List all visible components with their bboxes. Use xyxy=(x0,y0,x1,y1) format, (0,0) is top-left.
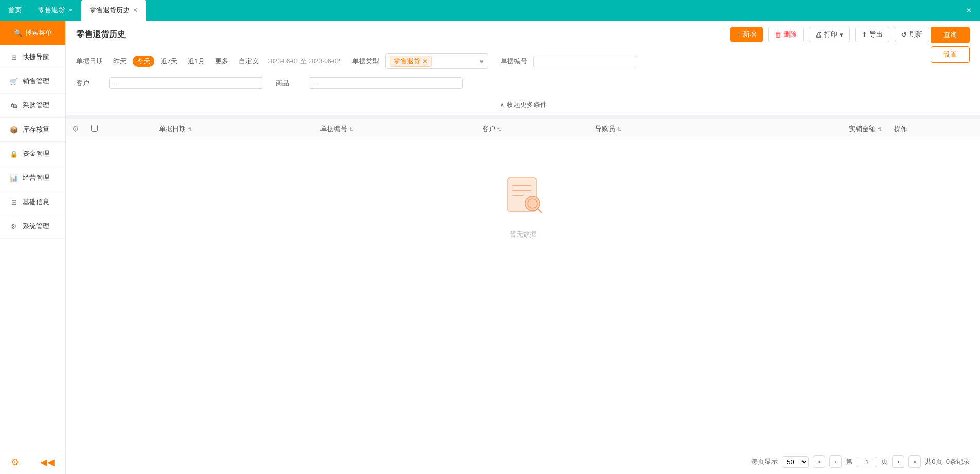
main-layout: 🔍 搜索菜单 ⊞ 快捷导航 🛒 销售管理 🛍 采购管理 📦 库存核算 🔒 资金管… xyxy=(0,21,980,474)
filter-item-doc-type: 单据类型 零售退货 ✕ ▾ xyxy=(352,53,488,69)
empty-illustration xyxy=(497,170,549,222)
home-icon: ⊞ xyxy=(9,52,19,62)
date-btn-7days[interactable]: 近7天 xyxy=(156,56,182,67)
sidebar-item-basic-info-label: 基础信息 xyxy=(23,197,49,207)
customer-label: 客户 xyxy=(76,79,105,88)
th-amount-label: 实销金额 xyxy=(849,125,876,133)
export-label: 导出 xyxy=(869,30,883,39)
sidebar-item-finance-label: 资金管理 xyxy=(23,149,49,158)
date-btn-today[interactable]: 今天 xyxy=(133,56,154,67)
th-date[interactable]: 单据日期 xyxy=(153,119,314,139)
settings-button[interactable]: 设置 xyxy=(931,46,970,63)
date-btn-yesterday[interactable]: 昨天 xyxy=(109,56,131,67)
delete-button[interactable]: 🗑 删除 xyxy=(768,27,804,42)
tab-retail-return-history[interactable]: 零售退货历史 ✕ xyxy=(81,0,146,21)
delete-label: 删除 xyxy=(783,30,797,39)
goods-label: 商品 xyxy=(276,79,305,88)
tab-retail-return-history-close[interactable]: ✕ xyxy=(133,7,138,14)
filter-row-1: 单据日期 昨天 今天 近7天 近1月 更多 自定义 2023-06-02 至 2… xyxy=(76,53,970,73)
gear-bottom-icon[interactable]: ⚙ xyxy=(11,457,19,468)
collapse-up-icon: ∧ xyxy=(500,101,505,109)
chart-icon: 📊 xyxy=(9,173,19,183)
per-page-label: 每页显示 xyxy=(751,457,778,466)
prev-page-button[interactable]: ‹ xyxy=(829,455,842,468)
main-table: ⚙ 单据日期 单据编号 客户 xyxy=(66,119,980,139)
export-icon: ⬆ xyxy=(862,31,867,39)
sidebar-item-finance[interactable]: 🔒 资金管理 xyxy=(0,142,65,166)
sidebar-item-inventory[interactable]: 📦 库存核算 xyxy=(0,118,65,142)
empty-text: 暂无数据 xyxy=(510,230,537,239)
sidebar-item-basic-info[interactable]: ⊞ 基础信息 xyxy=(0,190,65,214)
table-head: ⚙ 单据日期 单据编号 客户 xyxy=(66,119,980,139)
doc-type-tag-close[interactable]: ✕ xyxy=(422,58,428,65)
collapse-bar[interactable]: ∧ 收起更多条件 xyxy=(76,97,970,115)
table-wrap: ⚙ 单据日期 单据编号 客户 xyxy=(66,119,980,449)
sidebar-item-quick-nav[interactable]: ⊞ 快捷导航 xyxy=(0,45,65,69)
last-page-button[interactable]: » xyxy=(908,455,921,468)
tab-retail-return[interactable]: 零售退货 ✕ xyxy=(30,0,81,21)
th-amount[interactable]: 实销金额 xyxy=(726,119,888,139)
tab-home[interactable]: 首页 xyxy=(0,0,30,21)
svg-line-6 xyxy=(538,209,541,212)
date-range-text: 2023-06-02 至 2023-06-02 xyxy=(267,57,340,66)
box-icon: 📦 xyxy=(9,125,19,134)
query-settings-group: 查询 设置 xyxy=(931,27,970,63)
refresh-button[interactable]: ↺ 刷新 xyxy=(895,27,929,42)
lock-icon: 🔒 xyxy=(9,149,19,158)
tab-retail-return-close[interactable]: ✕ xyxy=(68,7,73,14)
date-btn-custom[interactable]: 自定义 xyxy=(235,56,263,67)
page-title: 零售退货历史 xyxy=(76,29,126,40)
table-gear-icon[interactable]: ⚙ xyxy=(72,124,79,133)
sidebar: 🔍 搜索菜单 ⊞ 快捷导航 🛒 销售管理 🛍 采购管理 📦 库存核算 🔒 资金管… xyxy=(0,21,66,474)
next-page-button[interactable]: › xyxy=(892,455,904,468)
tab-retail-return-history-label: 零售退货历史 xyxy=(90,6,130,15)
th-number[interactable]: 单据编号 xyxy=(314,119,476,139)
query-button[interactable]: 查询 xyxy=(931,27,970,43)
sidebar-search[interactable]: 🔍 搜索菜单 xyxy=(0,21,65,45)
sidebar-item-operations[interactable]: 📊 经营管理 xyxy=(0,166,65,190)
refresh-icon: ↺ xyxy=(901,31,907,39)
export-button[interactable]: ⬆ 导出 xyxy=(855,27,889,42)
date-filter-buttons: 昨天 今天 近7天 近1月 更多 自定义 2023-06-02 至 2023-0… xyxy=(109,56,340,67)
doc-number-label: 单据编号 xyxy=(501,57,529,66)
new-button[interactable]: + 新增 xyxy=(730,27,763,42)
volume-bottom-icon[interactable]: ◀◀ xyxy=(40,457,55,468)
print-button[interactable]: 🖨 打印 ▾ xyxy=(809,27,850,42)
doc-type-select[interactable]: 零售退货 ✕ ▾ xyxy=(385,53,488,69)
filter-item-doc-number: 单据编号 xyxy=(501,56,636,67)
cart-icon: 🛒 xyxy=(9,77,19,86)
doc-number-input[interactable] xyxy=(533,56,636,67)
customer-input[interactable]: ... xyxy=(109,77,263,89)
table-empty-state: 暂无数据 xyxy=(66,139,980,270)
sidebar-item-purchase[interactable]: 🛍 采购管理 xyxy=(0,94,65,118)
goods-input[interactable]: ... xyxy=(309,77,463,89)
th-settings: ⚙ xyxy=(66,119,85,139)
sidebar-item-system[interactable]: ⚙ 系统管理 xyxy=(0,214,65,239)
pagination: 每页显示 10 20 50 100 « ‹ 第 页 › » 共0页, 0条记录 xyxy=(66,449,980,474)
print-label: 打印 xyxy=(824,30,838,39)
th-customer-label: 客户 xyxy=(482,125,495,133)
content-area: 零售退货历史 + 新增 🗑 删除 🖨 打印 ▾ ⬆ 导出 xyxy=(66,21,980,474)
th-customer[interactable]: 客户 xyxy=(476,119,590,139)
select-all-checkbox[interactable] xyxy=(91,125,98,132)
per-page-select[interactable]: 10 20 50 100 xyxy=(782,456,809,468)
sidebar-item-sales-label: 销售管理 xyxy=(23,77,49,86)
date-btn-1month[interactable]: 近1月 xyxy=(184,56,209,67)
th-guide[interactable]: 导购员 xyxy=(589,119,726,139)
topbar-close[interactable]: ✕ xyxy=(966,7,980,14)
table-scroll: ⚙ 单据日期 单据编号 客户 xyxy=(66,119,980,449)
collapse-label: 收起更多条件 xyxy=(507,100,547,110)
print-dropdown-icon: ▾ xyxy=(840,31,843,39)
th-action-label: 操作 xyxy=(894,125,907,133)
sidebar-item-sales[interactable]: 🛒 销售管理 xyxy=(0,69,65,94)
date-btn-more[interactable]: 更多 xyxy=(211,56,233,67)
doc-type-label: 单据类型 xyxy=(352,57,381,66)
first-page-button[interactable]: « xyxy=(813,455,825,468)
settings-icon: ⚙ xyxy=(9,222,19,231)
table-header-row: ⚙ 单据日期 单据编号 客户 xyxy=(66,119,980,139)
bag-icon: 🛍 xyxy=(9,101,19,110)
page-number-input[interactable] xyxy=(857,457,877,467)
doc-type-arrow-icon: ▾ xyxy=(480,58,484,65)
th-number-label: 单据编号 xyxy=(320,125,347,133)
refresh-label: 刷新 xyxy=(909,30,922,39)
